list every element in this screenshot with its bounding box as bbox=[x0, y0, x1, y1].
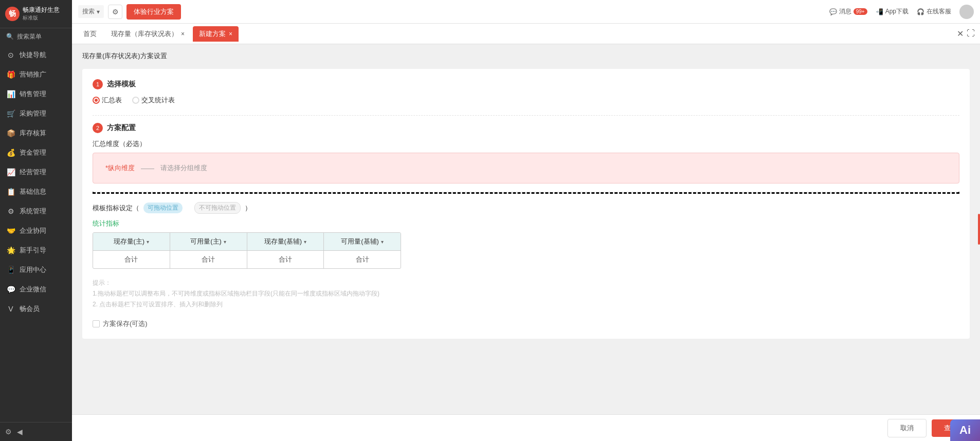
sidebar: 畅 畅康通好生意 标准版 🔍 搜索菜单 ⊙ 快捷导航 🎁 营销推广 📊 销售管理… bbox=[0, 0, 72, 441]
sidebar-item-marketing[interactable]: 🎁 营销推广 bbox=[0, 65, 72, 84]
tip-item-2: 2. 点击标题栏下拉可设置排序、插入列和删除列 bbox=[93, 300, 959, 309]
cancel-button[interactable]: 取消 bbox=[887, 419, 927, 437]
chart-icon: 📈 bbox=[6, 168, 15, 177]
cart-icon: 🛒 bbox=[6, 109, 15, 118]
col-head-1[interactable]: 可用量(主) ▾ bbox=[170, 233, 247, 250]
main-area: 搜索 ▾ ⚙ 体验行业方案 💬 消息 99+ 📲 App下载 🎧 在线客服 bbox=[72, 0, 980, 441]
star-icon: 🌟 bbox=[6, 246, 15, 255]
sidebar-item-inventory[interactable]: 📦 库存核算 bbox=[0, 123, 72, 143]
tip-item-1: 1.拖动标题栏可以调整布局，不可跨维度或指标区域拖动栏目字段(只能在同一维度或指… bbox=[93, 289, 959, 298]
tab-home[interactable]: 首页 bbox=[77, 26, 103, 42]
sales-icon: 📊 bbox=[6, 89, 15, 99]
topbar-right: 💬 消息 99+ 📲 App下载 🎧 在线客服 bbox=[829, 5, 974, 19]
col-dropdown-3[interactable]: ▾ bbox=[381, 239, 384, 245]
settings-icon[interactable]: ⚙ bbox=[5, 428, 12, 436]
tab-new-plan[interactable]: 新建方案 × bbox=[193, 26, 239, 42]
sidebar-bottom: ⚙ ◀ bbox=[0, 422, 72, 441]
radio-summary[interactable]: 汇总表 bbox=[93, 96, 122, 105]
sidebar-item-quick-nav[interactable]: ⊙ 快捷导航 bbox=[0, 45, 72, 65]
logo-icon: 畅 bbox=[5, 7, 20, 21]
gift-icon: 🎁 bbox=[6, 70, 15, 79]
sidebar-item-sales[interactable]: 📊 销售管理 bbox=[0, 84, 72, 104]
dim-placeholder: 请选择分组维度 bbox=[160, 163, 207, 173]
stats-header-row: 现存量(主) ▾ 可用量(主) ▾ 现存量(基辅) ▾ 可用量(基辅) bbox=[93, 233, 401, 250]
dim-arrow: —— bbox=[141, 164, 154, 172]
settings-button[interactable]: ⚙ bbox=[108, 5, 122, 19]
app-download-button[interactable]: 📲 App下载 bbox=[876, 7, 909, 16]
vip-icon: V bbox=[6, 304, 15, 314]
handshake-icon: 🤝 bbox=[6, 226, 15, 235]
radio-cross[interactable]: 交叉统计表 bbox=[132, 96, 175, 105]
sidebar-item-base[interactable]: 📋 基础信息 bbox=[0, 182, 72, 201]
radio-dot-cross bbox=[132, 97, 139, 104]
online-service-button[interactable]: 🎧 在线客服 bbox=[917, 7, 951, 16]
col-head-3[interactable]: 可用量(基辅) ▾ bbox=[324, 233, 401, 250]
search-icon: 🔍 bbox=[6, 33, 14, 40]
step1-num: 1 bbox=[93, 79, 103, 89]
sidebar-search[interactable]: 🔍 搜索菜单 bbox=[0, 28, 72, 45]
download-icon: 📲 bbox=[876, 8, 883, 15]
step2-num: 2 bbox=[93, 123, 103, 133]
content-area: 现存量(库存状况表)方案设置 1 选择模板 汇总表 交叉统计表 bbox=[72, 44, 980, 414]
tab-inventory-status[interactable]: 现存量（库存状况表） × bbox=[105, 26, 191, 42]
sidebar-item-cooperation[interactable]: 🤝 企业协同 bbox=[0, 221, 72, 241]
box-icon: 📦 bbox=[6, 128, 15, 138]
dim-section-label: 汇总维度（必选） bbox=[93, 139, 959, 149]
money-icon: 💰 bbox=[6, 148, 15, 157]
main-panel: 1 选择模板 汇总表 交叉统计表 2 bbox=[82, 69, 970, 339]
search-text: 搜索 bbox=[82, 7, 95, 16]
search-box[interactable]: 搜索 ▾ bbox=[78, 5, 104, 18]
sidebar-item-vip[interactable]: V 畅会员 bbox=[0, 299, 72, 319]
sidebar-item-purchase[interactable]: 🛒 采购管理 bbox=[0, 104, 72, 123]
tab-close-new-plan[interactable]: × bbox=[229, 30, 232, 38]
nav-icon: ⊙ bbox=[6, 50, 15, 60]
col-head-2[interactable]: 现存量(基辅) ▾ bbox=[247, 233, 324, 250]
movable-tag: 可拖动位置 bbox=[143, 203, 183, 213]
gear-icon: ⚙ bbox=[6, 207, 15, 216]
col-body-2: 合计 bbox=[247, 250, 324, 268]
col-body-3: 合计 bbox=[324, 250, 401, 268]
col-dropdown-1[interactable]: ▾ bbox=[224, 239, 226, 245]
col-head-0[interactable]: 现存量(主) ▾ bbox=[93, 233, 170, 250]
tab-close-inventory[interactable]: × bbox=[181, 30, 185, 38]
topbar: 搜索 ▾ ⚙ 体验行业方案 💬 消息 99+ 📲 App下载 🎧 在线客服 bbox=[72, 0, 980, 24]
indicator-setting-label: 模板指标设定（ 可拖动位置 不可拖动位置 ） bbox=[93, 202, 959, 214]
footer: 取消 查询 bbox=[72, 414, 980, 441]
sidebar-item-finance[interactable]: 💰 资金管理 bbox=[0, 143, 72, 162]
col-dropdown-2[interactable]: ▾ bbox=[304, 239, 306, 245]
save-checkbox[interactable] bbox=[93, 320, 100, 327]
page-title: 现存量(库存状况表)方案设置 bbox=[82, 51, 970, 61]
tab-expand-icon[interactable]: ⛶ bbox=[967, 29, 975, 39]
chat-icon: 💬 bbox=[6, 285, 15, 294]
step2-section: 2 方案配置 汇总维度（必选） *纵向维度 —— 请选择分组维度 模板指标设定（… bbox=[93, 123, 959, 309]
template-radio-group: 汇总表 交叉统计表 bbox=[93, 96, 959, 105]
user-avatar[interactable] bbox=[959, 5, 974, 19]
ai-badge[interactable]: Ai bbox=[950, 419, 980, 441]
step2-header: 2 方案配置 bbox=[93, 123, 959, 133]
scroll-indicator bbox=[978, 214, 980, 245]
col-body-1: 合计 bbox=[170, 250, 247, 268]
step1-title: 选择模板 bbox=[107, 80, 136, 89]
non-movable-tag: 不可拖动位置 bbox=[194, 202, 241, 214]
collapse-icon[interactable]: ◀ bbox=[17, 428, 23, 436]
message-icon: 💬 bbox=[829, 8, 837, 15]
sidebar-item-operation[interactable]: 📈 经营管理 bbox=[0, 162, 72, 182]
radio-dot-summary bbox=[93, 97, 100, 104]
sidebar-item-newguide[interactable]: 🌟 新手引导 bbox=[0, 241, 72, 260]
tips-title: 提示： bbox=[93, 279, 959, 287]
logo-text: 畅康通好生意 标准版 bbox=[23, 6, 60, 22]
message-button[interactable]: 💬 消息 99+ bbox=[829, 7, 867, 16]
sidebar-item-appcenter[interactable]: 📱 应用中心 bbox=[0, 260, 72, 280]
stats-body-row: 合计 合计 合计 合计 bbox=[93, 250, 401, 268]
dimension-box[interactable]: *纵向维度 —— 请选择分组维度 bbox=[93, 153, 959, 183]
trial-button[interactable]: 体验行业方案 bbox=[126, 4, 181, 20]
sidebar-item-wechat[interactable]: 💬 企业微信 bbox=[0, 280, 72, 299]
tabbar: 首页 现存量（库存状况表） × 新建方案 × ✕ ⛶ bbox=[72, 24, 980, 44]
sidebar-item-system[interactable]: ⚙ 系统管理 bbox=[0, 201, 72, 221]
stats-label: 统计指标 bbox=[93, 219, 959, 228]
phone-icon: 📱 bbox=[6, 265, 15, 274]
step1-header: 1 选择模板 bbox=[93, 79, 959, 89]
dim-required-label: *纵向维度 bbox=[105, 163, 135, 173]
tab-close-all-icon[interactable]: ✕ bbox=[957, 29, 964, 39]
col-dropdown-0[interactable]: ▾ bbox=[147, 239, 149, 245]
